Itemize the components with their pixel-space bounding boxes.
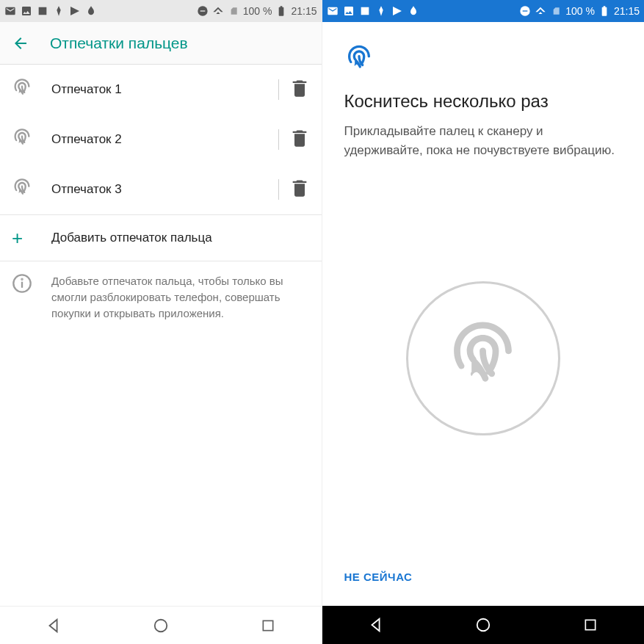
enroll-title: Коснитесь несколько раз [344,91,623,112]
add-fingerprint-button[interactable]: + Добавить отпечаток пальца [0,214,322,261]
plus-icon: + [12,228,32,247]
page-title: Отпечатки пальцев [50,35,188,52]
gmail-icon [4,5,16,17]
flame-icon [408,5,419,17]
fingerprint-header-icon [344,44,374,73]
svg-rect-1 [200,10,205,11]
fingerprint-row[interactable]: Отпечаток 2 [0,115,322,164]
clock-text: 21:15 [614,5,640,17]
svg-point-5 [154,619,167,632]
svg-rect-10 [585,620,595,629]
beacon-icon [375,5,387,17]
battery-text: 100 % [243,5,272,17]
fingerprint-sensor-icon [444,319,521,399]
skip-button[interactable]: НЕ СЕЙЧАС [344,571,413,583]
wifi-icon [535,5,546,17]
delete-button[interactable] [289,78,310,101]
beacon-icon [53,5,65,17]
divider [278,179,279,200]
enroll-content: Коснитесь несколько раз Прикладывайте па… [322,22,645,557]
svg-point-4 [21,279,22,280]
info-text: Добавьте отпечаток пальца, чтобы только … [51,273,310,321]
navigation-bar [0,606,322,644]
nav-back-button[interactable] [354,617,398,633]
dnd-icon [197,5,209,17]
sensor-circle [406,281,560,435]
divider [278,79,279,100]
fingerprint-name: Отпечаток 1 [51,82,268,97]
fingerprint-enroll-screen: 100 % 21:15 Коснитесь несколько раз Прик… [322,0,645,644]
fingerprint-icon [12,78,32,101]
nav-recents-button[interactable] [568,618,612,632]
delete-button[interactable] [289,178,310,201]
flame-icon [85,5,97,17]
bottom-actions: НЕ СЕЙЧАС [322,557,645,606]
battery-icon [275,5,287,17]
photo-icon [343,5,355,17]
status-bar: 100 % 21:15 [322,0,645,22]
fingerprint-name: Отпечаток 3 [51,182,268,197]
nav-recents-button[interactable] [246,618,290,633]
info-section: Добавьте отпечаток пальца, чтобы только … [0,261,322,333]
nav-home-button[interactable] [461,617,505,633]
clock-text: 21:15 [291,5,316,17]
play-store-icon [391,5,403,17]
play-store-icon [69,5,81,17]
youtube-icon [359,5,371,17]
delete-button[interactable] [289,128,310,151]
toolbar: Отпечатки пальцев [0,22,322,65]
youtube-icon [37,5,48,17]
nav-back-button[interactable] [32,618,76,634]
fingerprint-row[interactable]: Отпечаток 1 [0,65,322,115]
sensor-area [344,159,623,557]
svg-rect-8 [523,10,528,11]
fingerprint-list: Отпечаток 1 Отпечаток 2 Отпечаток 3 [0,65,322,214]
no-sim-icon [228,5,239,17]
dnd-icon [519,5,531,17]
add-label: Добавить отпечаток пальца [51,231,212,245]
fingerprint-icon [12,178,32,201]
status-bar: 100 % 21:15 [0,0,322,22]
back-button[interactable] [12,35,29,52]
svg-point-9 [477,619,489,632]
fingerprint-name: Отпечаток 2 [51,132,268,147]
no-sim-icon [550,5,562,17]
nav-home-button[interactable] [139,618,183,634]
divider [278,129,279,150]
photo-icon [21,5,32,17]
gmail-icon [327,5,339,17]
svg-rect-6 [263,621,272,630]
fingerprint-settings-screen: 100 % 21:15 Отпечатки пальцев Отпечаток … [0,0,322,644]
wifi-icon [212,5,224,17]
navigation-bar [322,606,645,644]
fingerprint-row[interactable]: Отпечаток 3 [0,164,322,214]
info-icon [12,273,32,321]
battery-icon [598,5,610,17]
battery-text: 100 % [565,5,595,17]
enroll-body: Прикладывайте палец к сканеру и удержива… [344,122,623,159]
fingerprint-icon [12,128,32,151]
